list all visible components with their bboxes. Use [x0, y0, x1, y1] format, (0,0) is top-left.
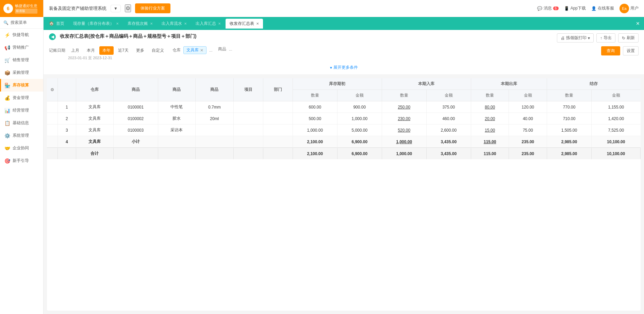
- cell-open-amt: 1,000.00: [337, 113, 382, 125]
- search-menu[interactable]: 🔍 搜索菜单: [0, 17, 43, 29]
- sidebar-item-label: 采购管理: [13, 70, 29, 76]
- display-settings-button[interactable]: 设置: [623, 46, 639, 55]
- cell-open-amt: 5,000.00: [337, 125, 382, 136]
- goods-label: 商品: [218, 46, 226, 52]
- header-filter-area: ◀ 收发存汇总表(按仓库＋商品编码＋商品＋规格型号＋项目＋部门) 🖨 拣领版打印…: [44, 30, 644, 75]
- in-qty-link[interactable]: 520.00: [398, 128, 410, 133]
- export-label: 导出: [604, 35, 612, 41]
- message-icon: 💬: [537, 6, 542, 11]
- date-btn-more[interactable]: 更多: [133, 46, 147, 55]
- tab-stock-dist[interactable]: 现存量（库存分布表） ✕: [69, 19, 123, 29]
- date-filters: 上月 本月 本年 近7天 更多 自定义: [68, 46, 167, 55]
- col-goods-name-header: 商品: [158, 78, 195, 101]
- expand-row: ▾ 展开更多条件: [44, 62, 644, 75]
- settings-button[interactable]: ⚙: [125, 4, 131, 12]
- tab-stock-dist-close[interactable]: ✕: [116, 22, 119, 26]
- home-icon: 🏠: [49, 21, 54, 26]
- tab-home[interactable]: 🏠 首页: [45, 19, 68, 29]
- try-industry-button[interactable]: 体验行业方案: [135, 3, 170, 13]
- tab-batch[interactable]: 库存批次账 ✕: [123, 19, 157, 29]
- date-btn-custom[interactable]: 自定义: [149, 46, 167, 55]
- export-button[interactable]: ↑ 导出: [596, 33, 615, 43]
- warehouse-more[interactable]: ...: [209, 48, 213, 53]
- warehouse-label: 仓库: [172, 47, 181, 53]
- sidebar-item-basic-info[interactable]: 📋 基础信息: [0, 117, 43, 129]
- tab-batch-close[interactable]: ✕: [150, 22, 153, 26]
- tab-flow[interactable]: 出入库流水 ✕: [158, 19, 191, 29]
- filter-toggle-button[interactable]: ◀: [49, 33, 56, 40]
- cell-checkbox: [47, 101, 58, 113]
- col-warehouse-header: 仓库: [76, 78, 113, 101]
- cell-close-amt: 7,525.00: [592, 125, 641, 136]
- sidebar-item-operations[interactable]: 📊 经营管理: [0, 104, 43, 117]
- date-btn-last-month[interactable]: 上月: [68, 46, 82, 55]
- tabbar-close-all[interactable]: ✕: [633, 19, 643, 28]
- sidebar-item-enterprise[interactable]: 🤝 企业协同: [0, 142, 43, 154]
- col-close-amt: 金额: [592, 90, 641, 101]
- message-button[interactable]: 💬 消息 6: [537, 5, 559, 11]
- cell-in-amt: 375.00: [426, 101, 471, 113]
- cell-subtotal-open-qty: 2,100.00: [293, 136, 337, 148]
- cell-close-qty: 710.00: [547, 113, 592, 125]
- marketing-icon: 📢: [4, 45, 10, 50]
- col-open-qty: 数量: [293, 90, 337, 101]
- out-qty-link[interactable]: 80.00: [485, 105, 495, 110]
- in-qty-link[interactable]: 250.00: [398, 105, 410, 110]
- cell-warehouse: 文具库: [76, 101, 113, 113]
- sidebar-item-label: 销售管理: [13, 57, 29, 63]
- col-opening-header: 库存期初: [293, 78, 382, 90]
- sidebar-item-inventory[interactable]: 🏪 库存核算: [0, 79, 43, 92]
- warehouse-tag-close[interactable]: ✕: [200, 48, 203, 53]
- message-label: 消息: [544, 5, 552, 11]
- table-row: 2 文具库 0100002 胶水 20ml 500.00 1,000.00 23…: [47, 113, 641, 125]
- search-icon: 🔍: [3, 20, 9, 25]
- subtotal-out-qty-link[interactable]: 115.00: [484, 139, 496, 144]
- online-service-button[interactable]: 👤 在线客服: [591, 5, 614, 11]
- brand-name: 畅捷通好生意: [15, 3, 37, 8]
- out-qty-link[interactable]: 20.00: [485, 116, 495, 121]
- col-num-header: [58, 78, 76, 101]
- tab-summary-io-close[interactable]: ✕: [218, 22, 221, 26]
- goods-more[interactable]: ...: [229, 47, 232, 52]
- col-out-qty: 数量: [471, 90, 509, 101]
- sidebar-item-label: 快捷导航: [13, 32, 29, 38]
- warehouse-value: 文具库: [186, 47, 199, 53]
- system-selector[interactable]: ▼: [111, 5, 121, 12]
- date-btn-this-year[interactable]: 本年: [99, 46, 114, 55]
- refresh-button[interactable]: ↻ 刷新: [618, 33, 639, 43]
- date-range: 2023-01-01 至 2023-12-31: [49, 55, 167, 61]
- sidebar-item-finance[interactable]: 💰 资金管理: [0, 92, 43, 104]
- sidebar-item-quick-nav[interactable]: ⚡ 快捷导航: [0, 29, 43, 41]
- user-button[interactable]: Ea 用户: [620, 4, 639, 13]
- cell-out-amt: 40.00: [509, 113, 547, 125]
- in-qty-link[interactable]: 230.00: [398, 116, 410, 121]
- sidebar-item-purchase[interactable]: 📦 采购管理: [0, 66, 43, 79]
- cell-open-qty: 600.00: [293, 101, 337, 113]
- sidebar-item-new-guide[interactable]: 🎯 新手引导: [0, 154, 43, 167]
- new-guide-icon: 🎯: [4, 158, 10, 164]
- sidebar-item-sales[interactable]: 🛒 销售管理: [0, 54, 43, 66]
- cell-dept: [263, 101, 293, 113]
- refresh-icon: ↻: [622, 36, 625, 40]
- tab-flow-close[interactable]: ✕: [184, 22, 187, 26]
- tab-summary-io[interactable]: 出入库汇总 ✕: [192, 19, 225, 29]
- cell-subtotal-in-amt: 3,435.00: [426, 136, 471, 148]
- sidebar-item-marketing[interactable]: 📢 营销推广: [0, 41, 43, 54]
- sidebar-item-system[interactable]: ⚙️ 系统管理: [0, 129, 43, 142]
- tab-receive-summary-close[interactable]: ✕: [256, 22, 259, 26]
- app-download-button[interactable]: 📱 App下载: [564, 5, 586, 11]
- expand-conditions-button[interactable]: ▾ 展开更多条件: [327, 63, 361, 72]
- query-button[interactable]: 查询: [601, 46, 620, 55]
- table-row: 3 文具库 0100003 采访本 1,000.00 5,000.00 520.…: [47, 125, 641, 136]
- col-in-amt: 金额: [426, 90, 471, 101]
- out-qty-link[interactable]: 15.00: [485, 128, 495, 133]
- print-button[interactable]: 🖨 拣领版打印 ▾: [557, 33, 594, 43]
- column-settings-icon[interactable]: ⚙: [50, 87, 54, 92]
- cell-subtotal-num: 4: [58, 136, 76, 148]
- main-area: 装备及固定资产辅助管理系统 ▼ ⚙ 体验行业方案 💬 消息 6 📱 App下载 …: [44, 0, 644, 314]
- tab-receive-summary[interactable]: 收发存汇总表 ✕: [226, 19, 263, 29]
- subtotal-in-qty-link[interactable]: 1,000.00: [396, 139, 412, 144]
- date-btn-this-month[interactable]: 本月: [84, 46, 98, 55]
- date-btn-7days[interactable]: 近7天: [115, 46, 132, 55]
- system-icon: ⚙️: [4, 133, 10, 138]
